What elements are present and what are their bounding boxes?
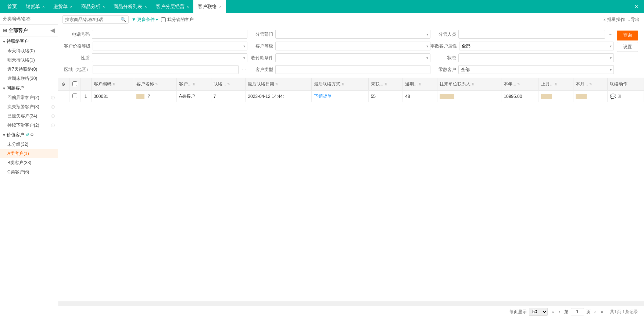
sidebar-item-a-class[interactable]: A类客户(1)	[0, 149, 58, 158]
row-name-question: ？	[147, 93, 151, 99]
row-checkbox[interactable]	[72, 93, 77, 98]
value-refresh-icon[interactable]: ↺	[26, 132, 29, 137]
nav-product-analysis-close[interactable]: ×	[103, 4, 105, 9]
col-last-month[interactable]: 上月... ⇅	[539, 78, 573, 91]
nav-purchase-close[interactable]: ×	[70, 4, 72, 9]
col-name[interactable]: 客户名称 ⇅	[134, 78, 176, 91]
sidebar-item-declining[interactable]: 持续下滑客户(2) ⓘ	[0, 121, 58, 130]
churned-label: 已流失客户(24)	[7, 113, 50, 119]
last-page-btn[interactable]: »	[600, 308, 605, 315]
status-select[interactable]	[458, 53, 614, 62]
my-customer-checkbox[interactable]: 我分管的客户	[161, 17, 194, 23]
toolbar-search-input[interactable]	[65, 17, 121, 22]
value-settings-icon[interactable]: ⚙	[30, 132, 34, 137]
nav-customer-contact-close[interactable]: ×	[219, 4, 221, 9]
col-code[interactable]: 客户编码 ⇅	[91, 78, 134, 91]
price-level-select[interactable]	[93, 42, 247, 50]
person-dots-icon[interactable]: ···	[607, 32, 614, 37]
col-no-contact[interactable]: 未联... ⇅	[368, 78, 403, 91]
nav-purchase[interactable]: 进货单 ×	[49, 0, 76, 13]
select-all-checkbox[interactable]	[72, 81, 77, 86]
more-filter-btn[interactable]: ▼ 更多条件 ▾	[132, 17, 158, 23]
sidebar-item-c-class[interactable]: C类客户(6)	[0, 167, 58, 177]
table-footer: 每页显示 50 10 20 100 « ‹ 第 页 › » 共1页 1条记录	[58, 305, 644, 318]
nav-customer-tier-close[interactable]: ×	[187, 4, 189, 9]
phone-input[interactable]	[92, 30, 247, 39]
sidebar-section-problem[interactable]: ▾ 问题客户	[0, 83, 58, 93]
export-btn[interactable]: ↓ 导出	[628, 17, 640, 23]
query-button[interactable]: 查询	[617, 31, 638, 40]
customer-type-input[interactable]	[275, 65, 431, 74]
scatter-customer-select[interactable]: 全部	[458, 65, 614, 74]
sidebar-item-b-class[interactable]: B类客户(33)	[0, 158, 58, 167]
region-input[interactable]	[93, 65, 239, 74]
payment-select[interactable]	[275, 53, 431, 62]
batch-label: 批量操作	[607, 17, 625, 23]
col-contact-count[interactable]: 联络... ⇅	[211, 78, 246, 91]
sidebar-search-input[interactable]	[3, 16, 58, 21]
first-page-btn[interactable]: «	[550, 308, 555, 315]
dept-select[interactable]	[275, 30, 431, 39]
settings-gear-icon[interactable]: ⚙	[61, 82, 65, 87]
row-check-cell[interactable]	[69, 91, 80, 102]
close-all-tabs[interactable]: ×	[635, 3, 638, 10]
region-dots-icon[interactable]: ···	[241, 67, 247, 72]
filter-price-level: 客户价格等级 ▾	[64, 42, 247, 50]
prev-page-btn[interactable]: ‹	[558, 308, 562, 315]
my-customer-check[interactable]	[161, 17, 166, 22]
page-size-select[interactable]: 50 10 20 100	[529, 308, 548, 316]
sidebar-section-value[interactable]: ▾ 价值客户 ↺ ⚙	[0, 130, 58, 140]
sidebar-item-overdue[interactable]: 逾期未联络(30)	[0, 74, 58, 83]
col-this-month[interactable]: 本月... ⇅	[573, 78, 608, 91]
col-last-method[interactable]: 最后联络方式 ⇅	[311, 78, 368, 91]
nav-sales-close[interactable]: ×	[42, 4, 44, 9]
row-last-method[interactable]: 下销货单	[314, 93, 332, 99]
scatter-attr-select[interactable]: 全部	[459, 42, 614, 50]
sidebar-item-week[interactable]: 近7天待联络(0)	[0, 65, 58, 74]
nature-select[interactable]	[92, 53, 247, 62]
nav-customer-tier[interactable]: 客户分层经营 ×	[151, 0, 193, 13]
col-overdue[interactable]: 逾期... ⇅	[403, 78, 437, 91]
toolbar-search-icon[interactable]: 🔍	[121, 17, 126, 22]
next-page-btn[interactable]: ›	[593, 308, 597, 315]
sidebar-item-today[interactable]: 今天待联络(0)	[0, 46, 58, 56]
table-body: 1 000031 ？ A类客户 7	[58, 91, 644, 102]
col-last-date[interactable]: 最后联络日期 ⇅	[246, 78, 311, 91]
nav-product-list-close[interactable]: ×	[144, 4, 147, 9]
nav-customer-contact[interactable]: 客户联络 ×	[193, 0, 226, 13]
col-type[interactable]: 客户... ⇅	[176, 78, 211, 91]
sidebar-collapse-icon[interactable]: ◀	[50, 27, 55, 34]
value-section-label: 价值客户	[7, 132, 24, 138]
person-input[interactable]	[458, 30, 605, 39]
sidebar-item-churned[interactable]: 已流失客户(24) ⓘ	[0, 112, 58, 121]
horizontal-scrollbar[interactable]	[58, 301, 644, 305]
row-last-date: 2023-04-12 14:44:	[248, 94, 284, 99]
sidebar-item-repurchase[interactable]: 回购异常客户(2) ⓘ	[0, 93, 58, 102]
customer-level-select[interactable]	[275, 42, 431, 50]
row-this-month-cell	[573, 91, 608, 102]
col-settings[interactable]: ⚙	[58, 78, 69, 91]
problem-section-items: 回购异常客户(2) ⓘ 流失预警客户(3) ⓘ 已流失客户(24) ⓘ 持续下滑…	[0, 93, 58, 130]
price-level-label: 客户价格等级	[64, 43, 90, 49]
nav-sales[interactable]: 销货单 ×	[21, 0, 49, 13]
nav-product-list[interactable]: 商品分析列表 ×	[109, 0, 151, 13]
name-color-block	[136, 94, 144, 99]
batch-btn[interactable]: ☑ 批量操作	[602, 17, 625, 23]
sidebar-section-pending[interactable]: ▾ 待联络客户	[0, 36, 58, 46]
col-check[interactable]	[69, 78, 80, 91]
settings-button[interactable]: 设置	[617, 42, 638, 52]
sidebar-item-churn-warning[interactable]: 流失预警客户(3) ⓘ	[0, 102, 58, 112]
col-year-amount[interactable]: 本年... ⇅	[501, 78, 539, 91]
filter-icon: ▼	[132, 17, 136, 22]
page-number-input[interactable]	[571, 308, 584, 315]
nav-home[interactable]: 首页	[3, 0, 21, 13]
row-unit-contact-cell	[437, 91, 501, 102]
qr-icon[interactable]: ⊞	[618, 93, 621, 99]
status-select-wrapper: ▾	[458, 53, 614, 62]
nav-product-analysis[interactable]: 商品分析 ×	[77, 0, 109, 13]
sidebar-item-tomorrow[interactable]: 明天待联络(1)	[0, 56, 58, 65]
col-unit-contact[interactable]: 往来单位联系人 ⇅	[437, 78, 501, 91]
chat-icon[interactable]: 💬	[610, 93, 616, 99]
row-year-amount: 10995.00	[504, 94, 522, 99]
sidebar-item-ungrouped[interactable]: 未分组(32)	[0, 140, 58, 149]
